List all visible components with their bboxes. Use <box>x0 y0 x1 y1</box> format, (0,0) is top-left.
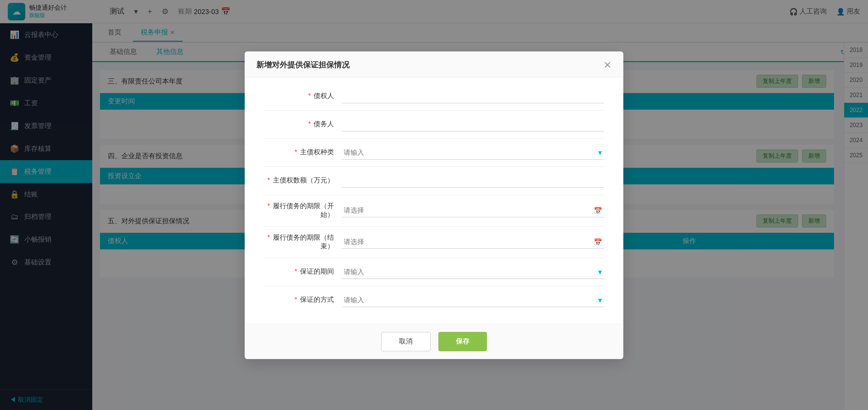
input-creditor[interactable] <box>342 89 604 103</box>
input-wrap-claim-type: ▾ <box>342 146 604 160</box>
form-row-creditor: * 债权人 <box>264 82 604 111</box>
form-row-period-start: * 履行债务的期限（开始） 📅 <box>264 195 604 227</box>
input-wrap-debtor <box>342 117 604 131</box>
label-claim-type: * 主债权种类 <box>264 148 342 157</box>
dialog-header: 新增对外提供保证担保情况 ✕ <box>245 51 623 78</box>
input-guarantee-method[interactable] <box>342 293 604 307</box>
period-end-calendar-icon[interactable]: 📅 <box>594 238 602 246</box>
form-row-claim-amount: * 主债权数额（万元） <box>264 167 604 195</box>
save-button[interactable]: 保存 <box>438 332 487 351</box>
label-period-start: * 履行债务的期限（开始） <box>264 202 342 219</box>
input-wrap-claim-amount <box>342 174 604 188</box>
input-wrap-guarantee-period: ▾ <box>342 265 604 279</box>
modal-overlay: 新增对外提供保证担保情况 ✕ * 债权人 * 债务人 <box>0 0 868 410</box>
dialog-body: * 债权人 * 债务人 * <box>245 78 623 324</box>
claim-type-dropdown-icon[interactable]: ▾ <box>598 148 602 157</box>
form-row-claim-type: * 主债权种类 ▾ <box>264 139 604 167</box>
form-row-guarantee-method: * 保证的方式 ▾ <box>264 286 604 314</box>
dialog-title: 新增对外提供保证担保情况 <box>256 60 350 70</box>
cancel-button[interactable]: 取消 <box>381 332 431 351</box>
form-row-debtor: * 债务人 <box>264 111 604 139</box>
guarantee-method-dropdown-icon[interactable]: ▾ <box>598 295 602 305</box>
label-guarantee-period: * 保证的期间 <box>264 267 342 276</box>
input-guarantee-period[interactable] <box>342 265 604 279</box>
period-start-calendar-icon[interactable]: 📅 <box>594 207 602 214</box>
input-wrap-creditor <box>342 89 604 103</box>
input-wrap-period-end: 📅 <box>342 235 604 249</box>
input-period-start[interactable] <box>342 203 604 217</box>
label-guarantee-method: * 保证的方式 <box>264 295 342 304</box>
input-claim-amount[interactable] <box>342 174 604 188</box>
input-period-end[interactable] <box>342 235 604 249</box>
input-debtor[interactable] <box>342 117 604 131</box>
input-claim-type[interactable] <box>342 146 604 160</box>
label-period-end: * 履行债务的期限（结束） <box>264 233 342 251</box>
dialog-close-btn[interactable]: ✕ <box>603 60 612 70</box>
input-wrap-period-start: 📅 <box>342 203 604 217</box>
dialog: 新增对外提供保证担保情况 ✕ * 债权人 * 债务人 <box>245 51 623 359</box>
form-row-period-end: * 履行债务的期限（结束） 📅 <box>264 227 604 258</box>
label-debtor: * 债务人 <box>264 120 342 129</box>
form-row-guarantee-period: * 保证的期间 ▾ <box>264 258 604 286</box>
label-creditor: * 债权人 <box>264 92 342 100</box>
label-claim-amount: * 主债权数额（万元） <box>264 176 342 185</box>
guarantee-period-dropdown-icon[interactable]: ▾ <box>598 267 602 277</box>
input-wrap-guarantee-method: ▾ <box>342 293 604 307</box>
dialog-footer: 取消 保存 <box>245 324 623 359</box>
